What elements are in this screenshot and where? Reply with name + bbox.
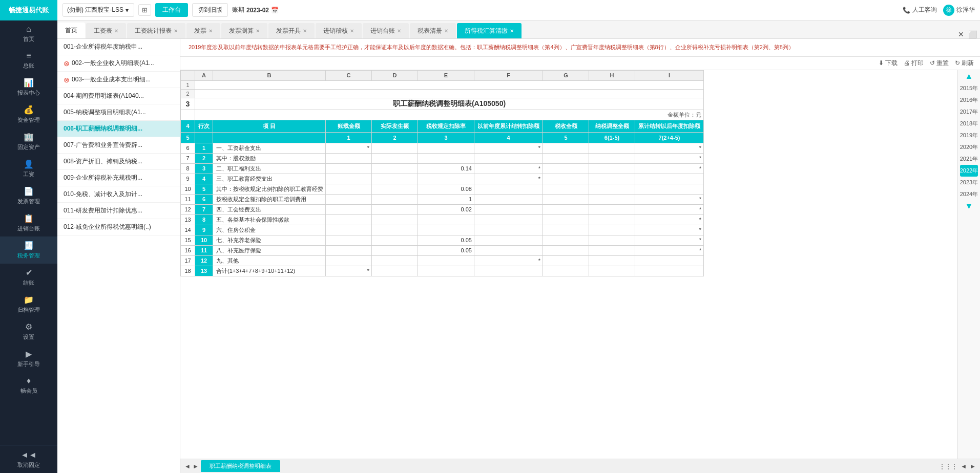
f-cell[interactable]: [474, 194, 543, 204]
close-tab-4[interactable]: ✕: [256, 28, 260, 34]
c-cell[interactable]: *: [326, 143, 372, 153]
sidebar-item-salary[interactable]: 👤工资: [0, 155, 57, 182]
h-cell[interactable]: [589, 174, 635, 184]
close-tab-1[interactable]: ✕: [114, 28, 118, 34]
tab-4[interactable]: 发票测算 ✕: [221, 23, 267, 38]
f-cell[interactable]: [474, 214, 543, 225]
service-btn[interactable]: 📞 人工客询: [903, 6, 937, 14]
f-cell[interactable]: *: [474, 174, 543, 184]
close-tab-8[interactable]: ✕: [444, 28, 448, 34]
e-cell[interactable]: 1: [418, 194, 474, 204]
g-cell[interactable]: [543, 235, 589, 245]
d-cell[interactable]: [372, 266, 418, 276]
year-2016年[interactable]: 2016年: [960, 94, 978, 106]
d-cell[interactable]: [372, 214, 418, 225]
f-cell[interactable]: [474, 204, 543, 214]
sheet-scroll-right[interactable]: ►: [970, 463, 976, 470]
g-cell[interactable]: [543, 153, 589, 163]
close-tab-5[interactable]: ✕: [303, 28, 307, 34]
label-cell[interactable]: 五、各类基本社会保障性缴款: [213, 214, 326, 225]
c-cell[interactable]: [326, 245, 372, 255]
tab-0[interactable]: 首页: [57, 23, 85, 38]
g-cell[interactable]: [543, 174, 589, 184]
form-item-006[interactable]: 006-职工薪酬纳税调整明细...: [57, 121, 180, 137]
i-cell[interactable]: [635, 184, 704, 194]
year-2018年[interactable]: 2018年: [960, 118, 978, 130]
calendar-icon[interactable]: 📅: [271, 7, 279, 14]
c-cell[interactable]: [326, 174, 372, 184]
h-cell[interactable]: [589, 266, 635, 276]
c-cell[interactable]: [326, 153, 372, 163]
e-cell[interactable]: 0.02: [418, 204, 474, 214]
download-button[interactable]: ⬇ 下载: [879, 59, 898, 68]
sidebar-item-tax-mgmt[interactable]: 🧾税务管理: [0, 236, 57, 264]
label-cell[interactable]: 七、补充养老保险: [213, 235, 326, 245]
workspace-button[interactable]: 工作台: [155, 3, 188, 17]
sidebar-item-guide[interactable]: ▶新手引导: [0, 345, 57, 372]
sidebar-item-cancel-fixed[interactable]: ◄◄ 取消固定: [0, 446, 57, 473]
c-cell[interactable]: [326, 255, 372, 266]
i-cell[interactable]: *: [635, 153, 704, 163]
e-cell[interactable]: 0.05: [418, 245, 474, 255]
d-cell[interactable]: [372, 255, 418, 266]
e-cell[interactable]: 0.14: [418, 163, 474, 174]
i-cell[interactable]: [635, 174, 704, 184]
i-cell[interactable]: *: [635, 204, 704, 214]
i-cell[interactable]: *: [635, 214, 704, 225]
g-cell[interactable]: [543, 266, 589, 276]
copy-icon[interactable]: ⊞: [138, 4, 151, 16]
d-cell[interactable]: [372, 174, 418, 184]
label-cell[interactable]: 八、补充医疗保险: [213, 245, 326, 255]
d-cell[interactable]: [372, 204, 418, 214]
tab-2[interactable]: 工资统计报表 ✕: [127, 23, 185, 38]
g-cell[interactable]: [543, 214, 589, 225]
form-item-002[interactable]: ⊗002-一般企业收入明细表(A1...: [57, 55, 180, 72]
c-cell[interactable]: [326, 194, 372, 204]
f-cell[interactable]: [474, 266, 543, 276]
e-cell[interactable]: [418, 266, 474, 276]
d-cell[interactable]: [372, 143, 418, 153]
close-tab-7[interactable]: ✕: [397, 28, 401, 34]
f-cell[interactable]: [474, 245, 543, 255]
label-cell[interactable]: 四、工会经费支出: [213, 204, 326, 214]
sidebar-item-home[interactable]: ⌂首页: [0, 20, 57, 47]
d-cell[interactable]: [372, 245, 418, 255]
i-cell[interactable]: [635, 255, 704, 266]
sheet-main[interactable]: A B C D E F G H I 123职工薪酬纳税调整明细表: [180, 70, 957, 459]
year-2015年[interactable]: 2015年: [960, 82, 978, 94]
h-cell[interactable]: [589, 225, 635, 235]
form-item-004[interactable]: 004-期间费用明细表(A1040...: [57, 88, 180, 104]
sidebar-item-ledger[interactable]: ≡总账: [0, 47, 57, 74]
sidebar-item-settings[interactable]: ⚙设置: [0, 318, 57, 345]
close-tab-2[interactable]: ✕: [174, 28, 178, 34]
company-selector[interactable]: (勿删) 江西股宝-LSS ▾: [62, 3, 134, 17]
i-cell[interactable]: *: [635, 235, 704, 245]
f-cell[interactable]: *: [474, 163, 543, 174]
label-cell[interactable]: 合计(1+3+4+7+8+9+10+11+12): [213, 266, 326, 276]
tab-7[interactable]: 进销台账 ✕: [363, 23, 409, 38]
c-cell[interactable]: *: [326, 266, 372, 276]
sheet-tab[interactable]: 职工薪酬纳税调整明细表: [201, 460, 280, 472]
form-item-001[interactable]: 001-企业所得税年度纳税申...: [57, 39, 180, 55]
f-cell[interactable]: [474, 225, 543, 235]
c-cell[interactable]: [326, 225, 372, 235]
h-cell[interactable]: [589, 204, 635, 214]
sidebar-item-member[interactable]: ♦畅会员: [0, 372, 57, 399]
year-nav-up[interactable]: ▲: [958, 70, 980, 82]
c-cell[interactable]: [326, 184, 372, 194]
year-nav-down[interactable]: ▼: [958, 200, 980, 212]
sidebar-item-invoice-mgmt[interactable]: 📄发票管理: [0, 182, 57, 209]
sidebar-item-report[interactable]: 📊报表中心: [0, 74, 57, 101]
form-item-012[interactable]: 012-减免企业所得税优惠明细(..): [57, 219, 180, 235]
form-item-007[interactable]: 007-广告费和业务宣传费辟...: [57, 137, 180, 154]
g-cell[interactable]: [543, 225, 589, 235]
g-cell[interactable]: [543, 163, 589, 174]
label-cell[interactable]: 其中：按税收规定比例扣除的职工教育经费: [213, 184, 326, 194]
tab-1[interactable]: 工资表 ✕: [86, 23, 126, 38]
sheet-scroll-left[interactable]: ◄: [961, 463, 967, 470]
sidebar-item-sales-ledger[interactable]: 📋进销台账: [0, 209, 57, 236]
e-cell[interactable]: [418, 214, 474, 225]
form-item-009[interactable]: 009-企业所得税补充规税明...: [57, 170, 180, 186]
tab-9[interactable]: 所得税汇算清缴 ✕: [457, 23, 522, 38]
g-cell[interactable]: [543, 143, 589, 153]
